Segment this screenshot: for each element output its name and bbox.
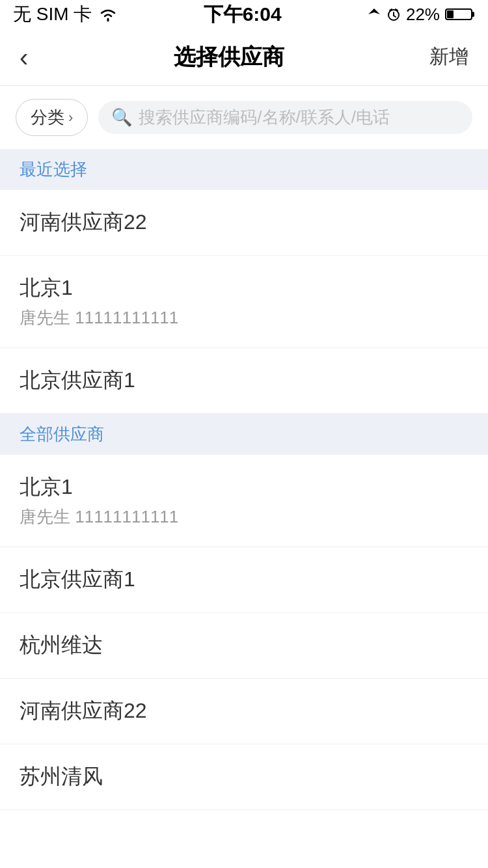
back-button[interactable]: ‹ (20, 44, 28, 70)
recent-section-header: 最近选择 (0, 149, 488, 190)
list-item[interactable]: 杭州维达 (0, 613, 488, 679)
search-input[interactable] (139, 107, 459, 128)
battery-text: 22% (406, 5, 440, 25)
recent-section-label: 最近选择 (20, 159, 87, 179)
status-bar: 无 SIM 卡 下午6:04 22% (0, 0, 488, 29)
search-icon: 🔍 (111, 107, 132, 128)
item-name: 北京供应商1 (20, 565, 468, 594)
filter-bar: 分类 › 🔍 (0, 86, 488, 149)
list-item[interactable]: 北京1唐先生 11111111111 (0, 455, 488, 547)
no-sim-text: 无 SIM 卡 (13, 2, 92, 27)
add-button[interactable]: 新增 (429, 44, 468, 70)
location-icon (367, 7, 381, 21)
alarm-icon (386, 7, 401, 21)
chevron-right-icon: › (68, 109, 73, 126)
item-name: 北京供应商1 (20, 366, 468, 395)
category-label: 分类 (31, 106, 64, 129)
list-item[interactable]: 北京供应商1 (0, 547, 488, 613)
wifi-icon (98, 7, 118, 21)
recent-items-list: 河南供应商22北京1唐先生 11111111111北京供应商1 (0, 190, 488, 414)
list-item[interactable]: 河南供应商22 (0, 679, 488, 744)
status-left: 无 SIM 卡 (13, 2, 118, 27)
item-name: 北京1 (20, 473, 468, 502)
item-name: 河南供应商22 (20, 697, 468, 726)
status-time: 下午6:04 (204, 1, 282, 28)
list-item[interactable]: 北京供应商1 (0, 348, 488, 414)
list-item[interactable]: 苏州清风 (0, 744, 488, 810)
item-sub: 唐先生 11111111111 (20, 506, 468, 528)
item-name: 杭州维达 (20, 631, 468, 660)
all-section-label: 全部供应商 (20, 424, 104, 444)
svg-rect-5 (447, 10, 454, 18)
list-item[interactable]: 北京1唐先生 11111111111 (0, 256, 488, 348)
list-item[interactable]: 河南供应商22 (0, 190, 488, 256)
item-sub: 唐先生 11111111111 (20, 306, 468, 329)
status-right: 22% (367, 5, 475, 25)
item-name: 河南供应商22 (20, 208, 468, 237)
svg-rect-4 (472, 12, 474, 17)
nav-bar: ‹ 选择供应商 新增 (0, 29, 488, 86)
item-name: 苏州清风 (20, 763, 468, 791)
battery-icon (445, 7, 475, 21)
search-box: 🔍 (98, 101, 472, 134)
all-section-header: 全部供应商 (0, 414, 488, 455)
svg-line-2 (394, 16, 396, 17)
all-items-list: 北京1唐先生 11111111111北京供应商1杭州维达河南供应商22苏州清风 (0, 455, 488, 810)
item-name: 北京1 (20, 274, 468, 303)
category-button[interactable]: 分类 › (16, 99, 88, 136)
page-title: 选择供应商 (174, 42, 284, 72)
